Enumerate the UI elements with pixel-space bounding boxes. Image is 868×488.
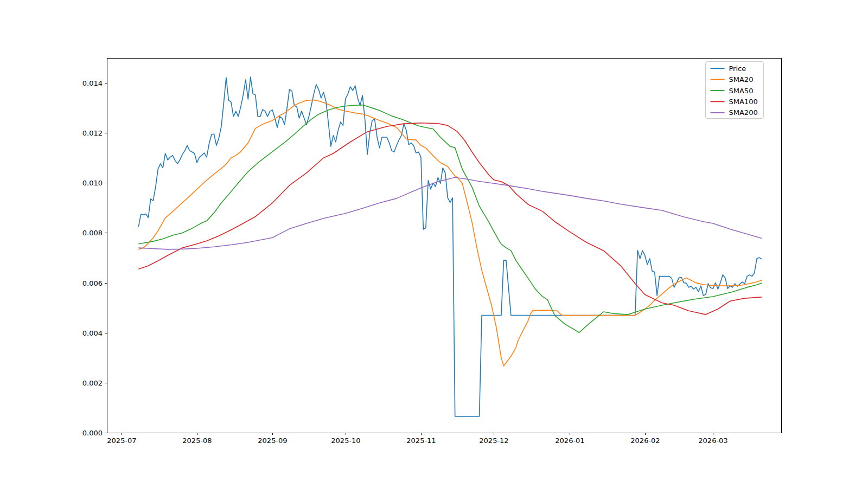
x-tick-label: 2025-10 [331, 436, 360, 445]
x-tick-label: 2025-08 [182, 436, 212, 445]
x-tick-label: 2026-03 [698, 436, 727, 445]
y-tick-label: 0.002 [82, 379, 103, 387]
legend-label-sma20: SMA20 [729, 75, 754, 84]
x-tick-label: 2026-01 [555, 436, 584, 445]
legend-label-sma50: SMA50 [729, 87, 754, 95]
chart-canvas: 2025-072025-082025-092025-102025-112025-… [0, 0, 868, 488]
y-tick-label: 0.004 [82, 329, 103, 337]
x-tick-label: 2025-07 [107, 436, 136, 445]
figure: 2025-072025-082025-092025-102025-112025-… [0, 0, 868, 488]
y-tick-label: 0.014 [82, 79, 103, 87]
y-tick-label: 0.012 [82, 129, 103, 137]
y-tick-label: 0.006 [82, 279, 103, 287]
y-tick-label: 0.000 [82, 429, 103, 437]
legend-label-sma200: SMA200 [729, 108, 758, 117]
legend-label-price: Price [729, 65, 746, 73]
x-tick-label: 2025-12 [479, 436, 508, 445]
y-tick-label: 0.008 [82, 229, 103, 237]
y-tick-label: 0.010 [82, 179, 103, 187]
x-tick-label: 2025-11 [406, 436, 436, 445]
x-tick-label: 2026-02 [630, 436, 660, 445]
x-tick-label: 2025-09 [258, 436, 287, 445]
legend-label-sma100: SMA100 [729, 98, 758, 106]
